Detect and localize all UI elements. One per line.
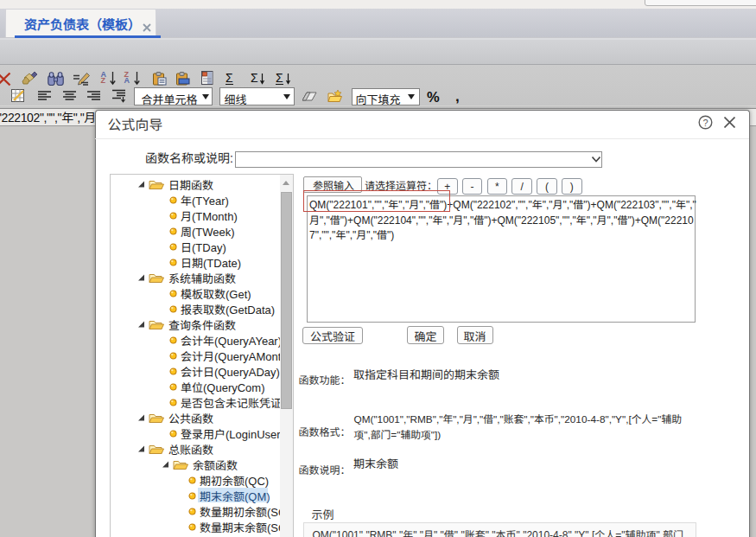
svg-text:?: ? <box>702 118 708 128</box>
